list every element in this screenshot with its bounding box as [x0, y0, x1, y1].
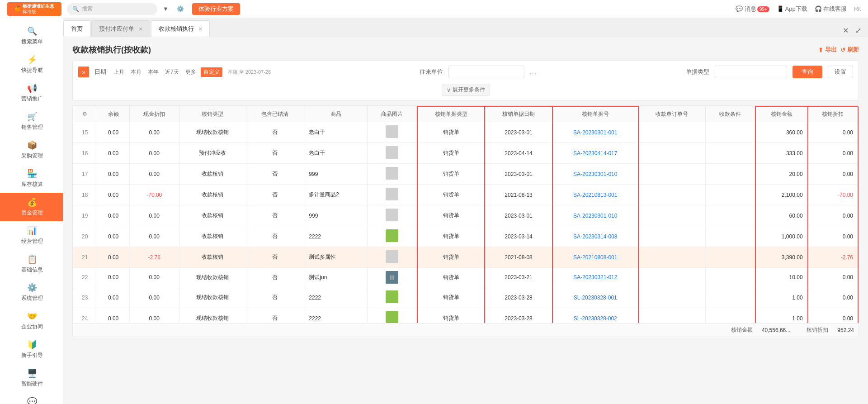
table-footer: 核销金额 40,556,66... 核销折扣 952.24 — [73, 323, 859, 337]
app-layout: 🔍 搜索菜单 ⚡ 快捷导航 📢 营销推广 🛒 销售管理 📦 采购管理 🏪 库存核… — [0, 18, 868, 404]
date-btn-more[interactable]: 更多 — [184, 67, 198, 77]
date-btn-this-month[interactable]: 本月 — [129, 67, 143, 77]
tab-close-btn[interactable]: ✕ — [839, 24, 852, 37]
tab-home[interactable]: 首页 — [63, 20, 90, 37]
sidebar-item-corp[interactable]: 🤝 企业协同 — [0, 307, 63, 335]
online-service-btn[interactable]: 🎧 在线客服 — [815, 5, 847, 13]
doc-no-link[interactable]: SL-20230328-001 — [574, 295, 617, 301]
cell-cash-discount: 0.00 — [129, 226, 179, 247]
th-product: 商品 — [304, 106, 367, 122]
date-btn-last-month[interactable]: 上月 — [112, 67, 126, 77]
sidebar-item-inventory[interactable]: 🏪 库存核算 — [0, 164, 63, 193]
guide-icon: 🔰 — [27, 340, 37, 350]
sidebar-item-hardware[interactable]: 🖥️ 智能硬件 — [0, 364, 63, 392]
cell-doc-no[interactable]: SA-20230414-017 — [552, 143, 638, 164]
cell-balance: 0.00 — [97, 185, 130, 205]
cell-doc-type: 销货单 — [417, 287, 485, 308]
cell-doc-no[interactable]: SL-20230328-001 — [552, 287, 638, 308]
sidebar-item-marketing[interactable]: 📢 营销推广 — [0, 79, 63, 107]
cell-cancel-type: 现结收款核销 — [179, 308, 246, 323]
date-btn-7days[interactable]: 近7天 — [163, 67, 181, 77]
cell-doc-no[interactable]: SA-20210813-001 — [552, 185, 638, 205]
refresh-btn[interactable]: ↺ 刷新 — [840, 46, 859, 54]
cell-no: 21 — [73, 247, 97, 268]
cell-include-cleared: 否 — [246, 185, 304, 205]
search-box[interactable]: 🔍 搜索 — [67, 3, 157, 15]
sidebar-item-basic[interactable]: 📋 基础信息 — [0, 250, 63, 278]
date-btn-this-year[interactable]: 本年 — [146, 67, 160, 77]
cell-cancel-discount: 0.00 — [808, 308, 858, 323]
export-btn[interactable]: ⬆ 导出 — [818, 46, 837, 54]
cell-doc-no[interactable]: SA-20230301-001 — [552, 122, 638, 143]
doc-no-link[interactable]: SA-20230301-001 — [573, 129, 617, 136]
cell-product-img — [367, 122, 417, 143]
cell-doc-type: 销货单 — [417, 185, 485, 205]
tab-prepay[interactable]: 预付冲应付单 × — [91, 20, 150, 37]
doc-no-link[interactable]: SA-20210808-001 — [573, 254, 617, 261]
cell-doc-date: 2023-03-21 — [485, 268, 552, 287]
tab-expand-btn[interactable]: ⤢ — [852, 24, 864, 37]
cell-doc-date: 2023-04-14 — [485, 143, 552, 164]
cell-doc-no[interactable]: SA-20230321-012 — [552, 268, 638, 287]
th-gear[interactable]: ⚙ — [73, 106, 97, 122]
cell-doc-no[interactable]: SL-20230328-002 — [552, 308, 638, 323]
filter-dots: ... — [530, 69, 538, 76]
user-name: Rit — [854, 6, 861, 12]
sidebar-item-wechat[interactable]: 💬 企业微信 — [0, 392, 63, 404]
sidebar-item-search[interactable]: 🔍 搜索菜单 — [0, 22, 63, 50]
cell-doc-no[interactable]: SA-20230301-010 — [552, 164, 638, 185]
cell-doc-date: 2023-03-14 — [485, 226, 552, 247]
operations-icon: 📊 — [27, 226, 37, 236]
cell-cancel-discount: 0.00 — [808, 205, 858, 226]
date-range-display: 不限 至 2023-07-26 — [228, 69, 271, 76]
date-btn-custom[interactable]: 自定义 — [201, 67, 222, 77]
sidebar-item-operations[interactable]: 📊 经营管理 — [0, 221, 63, 250]
sidebar-item-quick-nav[interactable]: ⚡ 快捷导航 — [0, 50, 63, 79]
cell-doc-type: 销货单 — [417, 268, 485, 287]
app-download-btn[interactable]: 📱 App下载 — [777, 5, 807, 13]
settings-icon[interactable]: ⚙️ — [174, 3, 187, 15]
cell-collect-terms — [705, 185, 755, 205]
corp-icon: 🤝 — [27, 311, 37, 321]
sidebar-item-system[interactable]: ⚙️ 系统管理 — [0, 278, 63, 307]
table-row: 21 0.00 -2.76 收款核销 否 测试多属性 销货单 2021-08-0… — [73, 247, 858, 268]
expand-more-btn[interactable]: ∨ 展开更多条件 — [442, 84, 490, 96]
filter-expand-btn[interactable]: » — [78, 67, 89, 77]
cell-collect-terms — [705, 205, 755, 226]
cell-doc-no[interactable]: SA-20210808-001 — [552, 247, 638, 268]
cell-doc-no[interactable]: SA-20230314-008 — [552, 226, 638, 247]
cell-doc-date: 2023-03-28 — [485, 287, 552, 308]
cell-cancel-type: 预付冲应收 — [179, 143, 246, 164]
sidebar-item-finance[interactable]: 💰 资金管理 — [0, 193, 63, 221]
dropdown-chevron[interactable]: ▼ — [163, 5, 169, 12]
doc-no-link[interactable]: SA-20210813-001 — [573, 192, 617, 198]
cell-cancel-amount: 2,100.00 — [755, 185, 808, 205]
doc-no-link[interactable]: SA-20230321-012 — [573, 274, 617, 280]
sidebar-item-guide[interactable]: 🔰 新手引导 — [0, 335, 63, 364]
th-cash-discount: 现金折扣 — [129, 106, 179, 122]
cell-balance: 0.00 — [97, 268, 130, 287]
sidebar-item-sales[interactable]: 🛒 销售管理 — [0, 107, 63, 136]
sidebar-label-hardware: 智能硬件 — [21, 380, 43, 388]
prepay-tab-close[interactable]: × — [139, 25, 142, 33]
sidebar-item-purchase[interactable]: 📦 采购管理 — [0, 136, 63, 164]
table-scroll[interactable]: ⚙ 余额 现金折扣 核销类型 包含已结清 商品 商品图片 核销单据类型 核销单据… — [73, 106, 859, 323]
collect-cancel-tab-close[interactable]: × — [198, 25, 202, 33]
doc-no-link[interactable]: SA-20230314-008 — [573, 233, 617, 240]
doc-type-select[interactable] — [715, 66, 787, 78]
tab-collect-cancel[interactable]: 收款核销执行 × — [151, 20, 210, 37]
cell-cancel-discount: 0.00 — [808, 268, 858, 287]
doc-no-link[interactable]: SL-20230328-002 — [574, 315, 617, 322]
industry-btn[interactable]: 体验行业方案 — [192, 3, 240, 15]
message-btn[interactable]: 💬 消息99+ — [736, 5, 769, 13]
query-btn[interactable]: 查询 — [793, 66, 822, 78]
th-doc-no: 核销单据号 — [552, 106, 638, 122]
doc-no-link[interactable]: SA-20230414-017 — [573, 150, 617, 157]
filter-settings-btn[interactable]: 设置 — [828, 66, 853, 78]
cell-doc-no[interactable]: SA-20230301-010 — [552, 205, 638, 226]
doc-no-link[interactable]: SA-20230301-010 — [573, 213, 617, 219]
from-unit-input[interactable] — [448, 66, 524, 78]
cell-include-cleared: 否 — [246, 268, 304, 287]
doc-no-link[interactable]: SA-20230301-010 — [573, 171, 617, 177]
cell-product: 老白干 — [304, 143, 367, 164]
